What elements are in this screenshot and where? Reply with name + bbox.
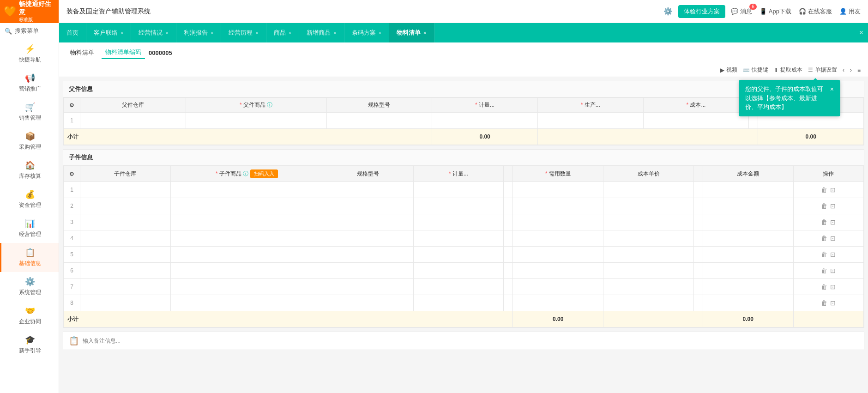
sidebar-item-inventory[interactable]: 🏠 库存核算 [0, 156, 59, 185]
delete-icon-7[interactable]: 🗑 [821, 283, 827, 290]
child-row4-warehouse[interactable] [80, 230, 171, 247]
sidebar-item-basics[interactable]: 📋 基础信息 [0, 243, 59, 272]
breadcrumb-tab2[interactable]: 物料清单编码 [102, 46, 145, 59]
child-row6-qty[interactable] [513, 263, 603, 279]
tab-home[interactable]: 首页 [59, 23, 86, 42]
tab-profit-close[interactable]: × [211, 30, 213, 36]
remarks-input[interactable] [83, 338, 858, 344]
child-row4-unit-cost[interactable] [603, 230, 694, 247]
delete-icon-1[interactable]: 🗑 [821, 186, 827, 193]
child-row7-goods[interactable] [170, 279, 323, 295]
child-row3-unit-cost[interactable] [603, 214, 694, 230]
child-row3-spec[interactable] [323, 214, 413, 230]
single-setting-button[interactable]: ☰ 单据设置 [808, 66, 837, 74]
settings-icon[interactable]: ⚙️ [663, 7, 673, 16]
view-button[interactable]: ▶ 视频 [720, 66, 737, 74]
parent-row1-cost[interactable] [643, 113, 749, 129]
child-row4-goods[interactable] [170, 230, 323, 247]
child-row1-unit[interactable] [413, 182, 504, 198]
view-toggle[interactable]: ≡ [857, 67, 861, 73]
child-row2-unit-cost[interactable] [603, 198, 694, 214]
child-row4-unit[interactable] [413, 230, 504, 247]
parent-row1-spec[interactable] [326, 113, 432, 129]
delete-icon-5[interactable]: 🗑 [821, 251, 827, 258]
sidebar-item-sales[interactable]: 🛒 销售管理 [0, 97, 59, 127]
close-all-tabs[interactable]: × [855, 29, 868, 37]
copy-icon-8[interactable]: ⊡ [830, 299, 836, 307]
child-row5-unit-cost[interactable] [603, 247, 694, 263]
breadcrumb-tab1[interactable]: 物料清单 [66, 47, 98, 59]
child-row2-unit[interactable] [413, 198, 504, 214]
sidebar-item-marketing[interactable]: 📢 营销推广 [0, 68, 59, 97]
child-row2-qty[interactable] [513, 198, 603, 214]
child-row5-spec[interactable] [323, 247, 413, 263]
child-row6-warehouse[interactable] [80, 263, 171, 279]
delete-icon-6[interactable]: 🗑 [821, 267, 827, 274]
sidebar-item-purchase[interactable]: 📦 采购管理 [0, 127, 59, 156]
tab-bom-close[interactable]: × [423, 30, 426, 36]
copy-icon-6[interactable]: ⊡ [830, 267, 836, 274]
child-row8-goods[interactable] [170, 295, 323, 311]
child-row1-spec[interactable] [323, 182, 413, 198]
app-download-item[interactable]: 📱 App下载 [760, 7, 791, 16]
child-row4-spec[interactable] [323, 230, 413, 247]
user-item[interactable]: 👤 用友 [839, 7, 861, 16]
child-row7-unit[interactable] [413, 279, 504, 295]
child-row7-spec[interactable] [323, 279, 413, 295]
copy-icon-5[interactable]: ⊡ [830, 251, 836, 258]
child-goods-help[interactable]: ⓘ [243, 170, 248, 177]
child-row5-unit[interactable] [413, 247, 504, 263]
parent-row1-goods[interactable] [186, 113, 326, 129]
tab-customers-close[interactable]: × [121, 30, 123, 36]
delete-icon-3[interactable]: 🗑 [821, 218, 827, 226]
child-row6-goods[interactable] [170, 263, 323, 279]
scan-button[interactable]: 扫码入入 [250, 169, 278, 178]
tab-operations[interactable]: 经营情况 × [131, 23, 176, 42]
child-row1-goods[interactable] [170, 182, 323, 198]
child-row7-warehouse[interactable] [80, 279, 171, 295]
child-row1-warehouse[interactable] [80, 182, 171, 198]
delete-icon-4[interactable]: 🗑 [821, 235, 827, 242]
sidebar-item-quicknav[interactable]: ⚡ 快捷导航 [0, 39, 59, 68]
tooltip-close[interactable]: × [830, 85, 834, 94]
parent-col-settings[interactable]: ⚙ [64, 98, 80, 113]
child-row4-qty[interactable] [513, 230, 603, 247]
child-row7-unit-cost[interactable] [603, 279, 694, 295]
message-item[interactable]: 💬 消息 6 [731, 7, 752, 16]
child-row5-qty[interactable] [513, 247, 603, 263]
sidebar-item-finance[interactable]: 💰 资金管理 [0, 185, 59, 214]
delete-icon-2[interactable]: 🗑 [821, 202, 827, 210]
online-service-item[interactable]: 🎧 在线客服 [799, 7, 832, 16]
child-row8-spec[interactable] [323, 295, 413, 311]
child-row1-qty[interactable] [513, 182, 603, 198]
child-row8-unit-cost[interactable] [603, 295, 694, 311]
child-row3-qty[interactable] [513, 214, 603, 230]
child-row1-unit-cost[interactable] [603, 182, 694, 198]
parent-row1-warehouse[interactable] [80, 113, 186, 129]
sidebar-item-system[interactable]: ⚙️ 系统管理 [0, 272, 59, 301]
child-row3-goods[interactable] [170, 214, 323, 230]
sidebar-item-operations[interactable]: 📊 经营管理 [0, 214, 59, 243]
child-row8-unit[interactable] [413, 295, 504, 311]
child-row8-warehouse[interactable] [80, 295, 171, 311]
tab-operations-close[interactable]: × [165, 30, 168, 36]
nav-prev[interactable]: ‹ [843, 67, 844, 73]
parent-goods-help[interactable]: ⓘ [267, 102, 272, 108]
child-row2-warehouse[interactable] [80, 198, 171, 214]
tab-goods[interactable]: 商品 × [266, 23, 299, 42]
child-row3-warehouse[interactable] [80, 214, 171, 230]
child-row8-qty[interactable] [513, 295, 603, 311]
tab-barcode[interactable]: 条码方案 × [344, 23, 389, 42]
tab-history[interactable]: 经营历程 × [221, 23, 266, 42]
tab-barcode-close[interactable]: × [379, 30, 381, 36]
child-row5-goods[interactable] [170, 247, 323, 263]
copy-icon-4[interactable]: ⊡ [830, 235, 836, 242]
delete-icon-8[interactable]: 🗑 [821, 299, 827, 307]
child-row2-goods[interactable] [170, 198, 323, 214]
child-row6-spec[interactable] [323, 263, 413, 279]
child-row2-spec[interactable] [323, 198, 413, 214]
copy-icon-7[interactable]: ⊡ [830, 283, 836, 290]
tab-new-goods-close[interactable]: × [333, 30, 336, 36]
extract-cost-button[interactable]: ⬆ 提取成本 [774, 66, 802, 74]
sidebar-item-coop[interactable]: 🤝 企业协同 [0, 301, 59, 330]
